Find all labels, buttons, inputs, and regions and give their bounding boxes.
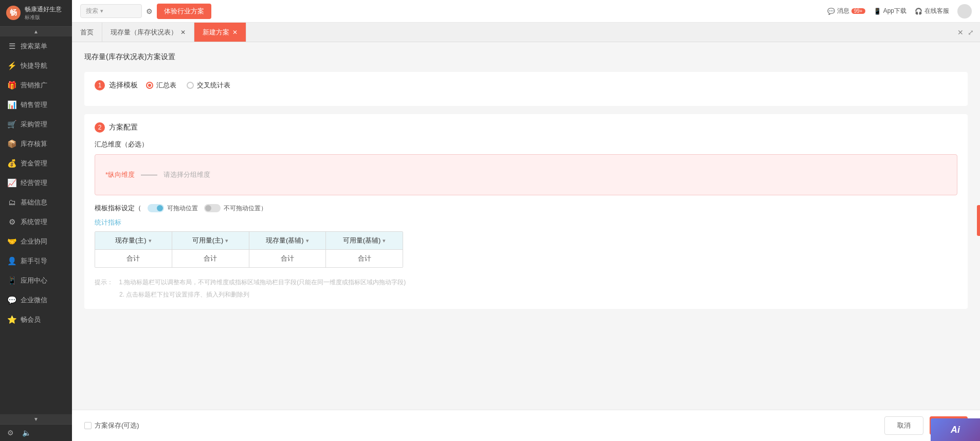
search-box[interactable]: 搜索 ▾: [80, 4, 142, 18]
tip-2: 2. 点击标题栏下拉可设置排序、插入列和删除列: [119, 291, 249, 298]
sidebar-icon-member: ⭐: [7, 315, 16, 324]
sidebar-scroll-up[interactable]: ▲: [0, 27, 72, 36]
sidebar-label-app-center: 应用中心: [21, 276, 47, 285]
step2-badge: 2: [95, 122, 105, 133]
topbar-right: 💬 消息 99+ 📱 App下载 🎧 在线客服: [827, 4, 972, 19]
tab-inventory[interactable]: 现存量（库存状况表） ✕: [102, 23, 194, 42]
stats-col-1[interactable]: 可用量(主) ▾ 合计: [172, 232, 249, 267]
expand-icon[interactable]: ⤢: [968, 28, 974, 36]
draggable-toggle[interactable]: 可拖动位置: [148, 204, 198, 213]
save-checkbox[interactable]: 方案保存(可选): [84, 421, 139, 430]
sidebar-item-finance[interactable]: 💰资金管理: [0, 154, 72, 173]
search-placeholder: 搜索: [86, 7, 98, 15]
tab-inventory-close[interactable]: ✕: [180, 29, 186, 36]
sidebar-scroll-down[interactable]: ▼: [0, 414, 72, 424]
sidebar-label-purchase: 采购管理: [21, 120, 47, 129]
sidebar-label-sales: 销售管理: [21, 100, 47, 109]
sidebar-icon-enterprise: 🤝: [7, 237, 16, 246]
stats-col-body-3: 合计: [326, 250, 403, 267]
sidebar-item-purchase[interactable]: 🛒采购管理: [0, 115, 72, 134]
save-checkbox-box[interactable]: [84, 422, 92, 429]
sidebar-label-marketing: 营销推广: [21, 81, 47, 90]
sidebar-label-finance: 资金管理: [21, 159, 47, 168]
stats-col-header-1[interactable]: 可用量(主) ▾: [172, 232, 249, 250]
sidebar-icon-basic-info: 🗂: [7, 198, 16, 207]
save-label: 方案保存(可选): [95, 421, 139, 430]
tab-new-plan-close[interactable]: ✕: [232, 29, 238, 36]
non-draggable-toggle: 不可拖动位置）: [204, 204, 267, 213]
radio-cross[interactable]: 交叉统计表: [187, 81, 230, 90]
chevron-down-icon: ▾: [149, 237, 152, 244]
sidebar-icon-operations: 📈: [7, 178, 16, 188]
sidebar-label-enterprise: 企业协同: [21, 237, 47, 246]
trial-btn[interactable]: 体验行业方案: [157, 4, 211, 19]
sidebar-bottom: ⚙ 🔈: [0, 424, 72, 441]
sidebar-icon-quick-nav: ⚡: [7, 61, 16, 70]
sidebar-nav: ☰搜索菜单⚡快捷导航🎁营销推广📊销售管理🛒采购管理📦库存核算💰资金管理📈经营管理…: [0, 36, 72, 414]
close-window-icon[interactable]: ✕: [957, 28, 964, 36]
sidebar-label-wechat: 企业微信: [21, 296, 47, 305]
sidebar-item-operations[interactable]: 📈经营管理: [0, 173, 72, 193]
sidebar-icon-search-menu: ☰: [7, 42, 16, 51]
sidebar-item-newbie[interactable]: 👤新手引导: [0, 251, 72, 271]
content: 现存量(库存状况表)方案设置 1 选择模板 汇总表 交叉统计表: [72, 42, 980, 410]
sidebar-label-operations: 经营管理: [21, 178, 47, 188]
sidebar-label-search-menu: 搜索菜单: [21, 42, 47, 51]
app-download-action[interactable]: 📱 App下载: [874, 7, 906, 15]
main-area: 搜索 ▾ ⚙ 体验行业方案 💬 消息 99+ 📱 App下载 🎧 在线客服: [72, 0, 980, 441]
tab-home[interactable]: 首页: [72, 23, 102, 42]
stats-col-3[interactable]: 可用量(基辅) ▾ 合计: [326, 232, 403, 267]
step2-header: 2 方案配置: [95, 122, 957, 133]
sidebar-item-enterprise[interactable]: 🤝企业协同: [0, 232, 72, 251]
headset-icon: 🎧: [915, 8, 922, 15]
sidebar-item-marketing[interactable]: 🎁营销推广: [0, 76, 72, 95]
sidebar-item-inventory[interactable]: 📦库存核算: [0, 134, 72, 154]
sidebar-icon-finance: 💰: [7, 159, 16, 168]
tab-new-plan-label: 新建方案: [203, 28, 229, 37]
sidebar-item-app-center[interactable]: 📱应用中心: [0, 271, 72, 290]
stats-col-0[interactable]: 现存量(主) ▾ 合计: [95, 232, 172, 267]
sidebar-label-quick-nav: 快捷导航: [21, 61, 47, 70]
message-icon: 💬: [827, 8, 835, 15]
cancel-button[interactable]: 取消: [884, 416, 923, 435]
tip-1: 1.拖动标题栏可以调整布局，不可跨维度或指标区域拖动栏目字段(只能在同一维度或指…: [119, 279, 406, 286]
ai-float-button[interactable]: Ai: [931, 418, 980, 441]
sidebar-item-sales[interactable]: 📊销售管理: [0, 95, 72, 115]
sound-icon[interactable]: 🔈: [22, 429, 31, 437]
page-title: 现存量(库存状况表)方案设置: [84, 52, 968, 62]
tab-new-plan[interactable]: 新建方案 ✕: [194, 23, 246, 42]
sidebar-item-basic-info[interactable]: 🗂基础信息: [0, 193, 72, 212]
settings-icon[interactable]: ⚙: [7, 429, 14, 437]
radio-summary[interactable]: 汇总表: [146, 81, 176, 90]
online-service-label: 在线客服: [924, 7, 949, 15]
avatar[interactable]: [957, 4, 972, 19]
download-icon: 📱: [874, 8, 881, 15]
messages-action[interactable]: 💬 消息 99+: [827, 7, 865, 15]
sidebar-label-system: 系统管理: [21, 217, 47, 227]
stats-col-header-0[interactable]: 现存量(主) ▾: [95, 232, 172, 250]
sidebar-item-system[interactable]: ⚙系统管理: [0, 212, 72, 232]
dimension-box[interactable]: *纵向维度 —— 请选择分组维度: [95, 154, 957, 195]
sidebar-item-wechat[interactable]: 💬企业微信: [0, 290, 72, 310]
toggle-draggable[interactable]: [148, 204, 164, 212]
brand-area: 畅 畅康通好生意 标准版: [0, 0, 72, 27]
indicators-section: 模板指标设定（ 可拖动位置 不可拖动位置） 统计指标 现存量(主) ▾: [95, 204, 957, 301]
stats-col-header-3[interactable]: 可用量(基辅) ▾: [326, 232, 403, 250]
sidebar-item-member[interactable]: ⭐畅会员: [0, 310, 72, 329]
step2-section: 2 方案配置 汇总维度（必选） *纵向维度 —— 请选择分组维度 模板指标设定（…: [84, 114, 968, 309]
radio-summary-label: 汇总表: [156, 81, 176, 90]
dim-required-label: *纵向维度: [105, 170, 135, 179]
sidebar-icon-wechat: 💬: [7, 296, 16, 305]
bottom-bar: 方案保存(可选) 取消 查询: [72, 410, 980, 441]
stats-col-2[interactable]: 现存量(基辅) ▾ 合计: [249, 232, 326, 267]
template-radio-group: 汇总表 交叉统计表: [146, 81, 230, 90]
brand-tag: 标准版: [25, 14, 62, 21]
stats-col-header-2[interactable]: 现存量(基辅) ▾: [249, 232, 326, 250]
online-service-action[interactable]: 🎧 在线客服: [915, 7, 949, 15]
draggable-text: 可拖动位置: [167, 204, 198, 213]
gear-icon[interactable]: ⚙: [146, 7, 153, 15]
tabs-bar: 首页 现存量（库存状况表） ✕ 新建方案 ✕ ✕ ⤢: [72, 23, 980, 42]
sidebar-item-search-menu[interactable]: ☰搜索菜单: [0, 36, 72, 56]
topbar-left: 搜索 ▾ ⚙ 体验行业方案: [80, 4, 821, 19]
sidebar-item-quick-nav[interactable]: ⚡快捷导航: [0, 56, 72, 76]
